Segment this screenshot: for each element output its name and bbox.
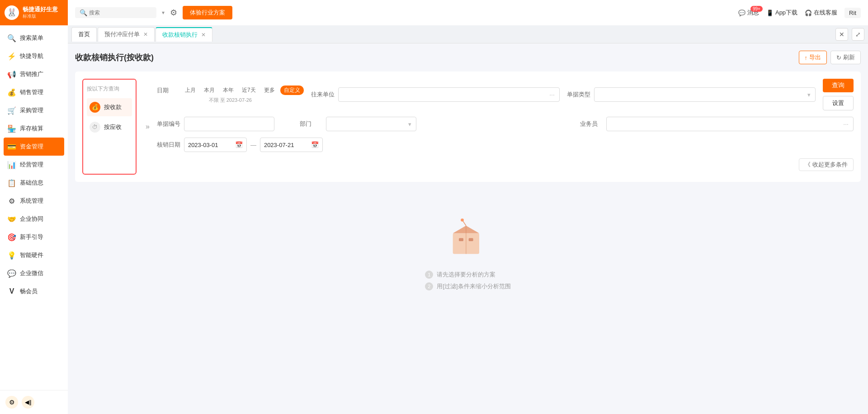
salesman-more-icon[interactable]: ··· <box>843 120 849 128</box>
message-button[interactable]: 💬 消息 99+ <box>738 9 759 17</box>
marketing-icon: 📢 <box>7 70 16 79</box>
this-month-btn[interactable]: 本月 <box>201 86 217 95</box>
sidebar: 🐰 畅捷通好生意 标准版 🔍 搜索菜单 ⚡ 快捷导航 📢 营销推广 💰 销售管理… <box>0 0 68 414</box>
verification-start-date-input[interactable] <box>188 142 233 148</box>
sidebar-item-hardware[interactable]: 💡 智能硬件 <box>0 246 68 264</box>
last-month-btn[interactable]: 上月 <box>182 86 198 95</box>
close-all-tabs-button[interactable]: ✕ <box>835 28 848 41</box>
sidebar-item-quick[interactable]: ⚡ 快捷导航 <box>0 47 68 65</box>
query-option-by-collection[interactable]: 💰 按收款 <box>87 98 132 116</box>
phone-icon: 📱 <box>766 10 774 16</box>
date-quick-buttons: 上月 本月 本年 近7天 更多 自定义 <box>182 86 304 95</box>
content-area: 收款核销执行(按收款) ↑ 导出 ↻ 刷新 按以下方查询 💰 按收款 <box>68 43 868 414</box>
filter-panel: 按以下方查询 💰 按收款 ⏱ 按应收 » 日期 <box>75 71 861 182</box>
sidebar-item-operations[interactable]: 📊 经营管理 <box>0 156 68 174</box>
collapse-query-sidebar-button[interactable]: » <box>146 79 150 175</box>
industry-solution-button[interactable]: 体验行业方案 <box>183 6 232 19</box>
sidebar-item-system[interactable]: ⚙ 系统管理 <box>0 192 68 210</box>
dropdown-arrow-icon[interactable]: ▾ <box>162 10 165 16</box>
logo-icon: 🐰 <box>5 5 19 20</box>
doc-number-field: 单据编号 <box>157 117 292 131</box>
message-icon: 💬 <box>738 10 745 16</box>
query-sidebar-title: 按以下方查询 <box>87 85 132 93</box>
finance-icon: 💳 <box>7 142 16 151</box>
refresh-icon: ↻ <box>836 54 841 61</box>
main-area: 🔍 ▾ ⚙ 体验行业方案 💬 消息 99+ 📱 App下载 🎧 在线客服 Rit <box>68 0 868 414</box>
member-icon: V <box>7 287 16 296</box>
user-menu-button[interactable]: Rit <box>844 8 861 18</box>
filter-row-1: 日期 上月 本月 本年 近7天 更多 自定义 不限 至 2023-07-26 <box>157 79 854 110</box>
doc-type-dropdown-icon: ▾ <box>807 91 811 98</box>
export-button[interactable]: ↑ 导出 <box>799 51 827 64</box>
counterparty-label: 往来单位 <box>311 90 335 99</box>
tab-prepay[interactable]: 预付冲应付单 ✕ <box>98 27 155 42</box>
settings-button[interactable]: 设置 <box>823 96 854 110</box>
expand-button[interactable]: ⤢ <box>852 28 864 41</box>
verification-end-date-wrap[interactable]: 📅 <box>260 138 323 152</box>
sidebar-item-label: 搜索菜单 <box>20 34 43 42</box>
topbar-right: 💬 消息 99+ 📱 App下载 🎧 在线客服 Rit <box>738 8 861 18</box>
filter-row-2: 单据编号 部门 ▾ 业务员 ··· <box>157 117 854 131</box>
sidebar-item-label: 资金管理 <box>20 143 43 151</box>
last-7days-btn[interactable]: 近7天 <box>239 86 259 95</box>
tab-home[interactable]: 首页 <box>71 27 97 42</box>
sidebar-item-label: 快捷导航 <box>20 52 43 60</box>
page-header: 收款核销执行(按收款) ↑ 导出 ↻ 刷新 <box>75 51 861 64</box>
this-year-btn[interactable]: 本年 <box>220 86 236 95</box>
sidebar-item-sales[interactable]: 💰 销售管理 <box>0 83 68 101</box>
dept-field: 部门 ▾ <box>300 117 573 131</box>
collapse-sidebar-icon[interactable]: ◀‖ <box>22 396 34 409</box>
query-option-by-receivable[interactable]: ⏱ 按应收 <box>87 118 132 136</box>
sales-icon: 💰 <box>7 88 16 97</box>
tab-prepay-close-icon[interactable]: ✕ <box>143 31 148 38</box>
sidebar-item-label: 营销推广 <box>20 70 43 78</box>
empty-hint-1: 1 请先选择要分析的方案 <box>425 271 510 279</box>
export-icon: ↑ <box>805 54 808 61</box>
topbar-search-box[interactable]: 🔍 <box>75 7 156 18</box>
sidebar-item-marketing[interactable]: 📢 营销推广 <box>0 65 68 83</box>
refresh-button[interactable]: ↻ 刷新 <box>830 51 861 64</box>
wechat-icon: 💬 <box>7 269 16 278</box>
query-sidebar: 按以下方查询 💰 按收款 ⏱ 按应收 <box>82 79 137 175</box>
verification-date-field: 核销日期 📅 — 📅 <box>157 138 854 152</box>
end-date-calendar-icon[interactable]: 📅 <box>311 141 319 148</box>
sidebar-item-collab[interactable]: 🤝 企业协同 <box>0 210 68 228</box>
search-input[interactable] <box>89 10 143 16</box>
verification-end-date-input[interactable] <box>264 142 309 148</box>
sidebar-item-finance[interactable]: 💳 资金管理 <box>4 138 64 156</box>
verification-start-date-wrap[interactable]: 📅 <box>184 138 247 152</box>
tab-collection[interactable]: 收款核销执行 ✕ <box>156 27 212 42</box>
dept-dropdown-icon: ▾ <box>408 121 411 128</box>
empty-illustration <box>445 216 491 262</box>
sidebar-item-guide[interactable]: 🎯 新手引导 <box>0 228 68 246</box>
collapse-more-button[interactable]: 《 收起更多条件 <box>799 158 854 171</box>
hint-number-2: 2 <box>425 282 433 290</box>
doc-number-input[interactable] <box>184 117 274 131</box>
online-service-button[interactable]: 🎧 在线客服 <box>805 9 837 17</box>
sidebar-item-label: 企业微信 <box>20 269 43 277</box>
page-actions: ↑ 导出 ↻ 刷新 <box>799 51 861 64</box>
settings-bottom-icon[interactable]: ⚙ <box>5 396 18 409</box>
query-button[interactable]: 查询 <box>823 79 854 92</box>
app-download-button[interactable]: 📱 App下载 <box>766 9 797 17</box>
purchase-icon: 🛒 <box>7 106 16 115</box>
collection-option-icon: 💰 <box>90 102 100 113</box>
sidebar-item-purchase[interactable]: 🛒 采购管理 <box>0 101 68 119</box>
doc-type-field: 单据类型 ▾ <box>567 87 816 102</box>
counterparty-more-icon[interactable]: ··· <box>549 91 555 98</box>
sidebar-item-search[interactable]: 🔍 搜索菜单 <box>0 29 68 47</box>
sidebar-item-label: 新手引导 <box>20 233 43 241</box>
tab-collection-close-icon[interactable]: ✕ <box>201 32 206 38</box>
topbar-gear-icon[interactable]: ⚙ <box>170 8 177 18</box>
sidebar-item-member[interactable]: V 畅会员 <box>0 282 68 300</box>
logo-text: 畅捷通好生意 <box>23 6 58 13</box>
sidebar-item-wechat[interactable]: 💬 企业微信 <box>0 264 68 282</box>
custom-date-badge: 自定义 <box>280 86 304 95</box>
sidebar-item-inventory[interactable]: 🏪 库存核算 <box>0 119 68 138</box>
more-date-btn[interactable]: 更多 <box>261 86 278 95</box>
start-date-calendar-icon[interactable]: 📅 <box>235 141 243 148</box>
logo-area: 🐰 畅捷通好生意 标准版 <box>0 0 68 25</box>
operations-icon: 📊 <box>7 160 16 169</box>
search-nav-icon: 🔍 <box>7 33 16 43</box>
sidebar-item-basic[interactable]: 📋 基础信息 <box>0 174 68 192</box>
